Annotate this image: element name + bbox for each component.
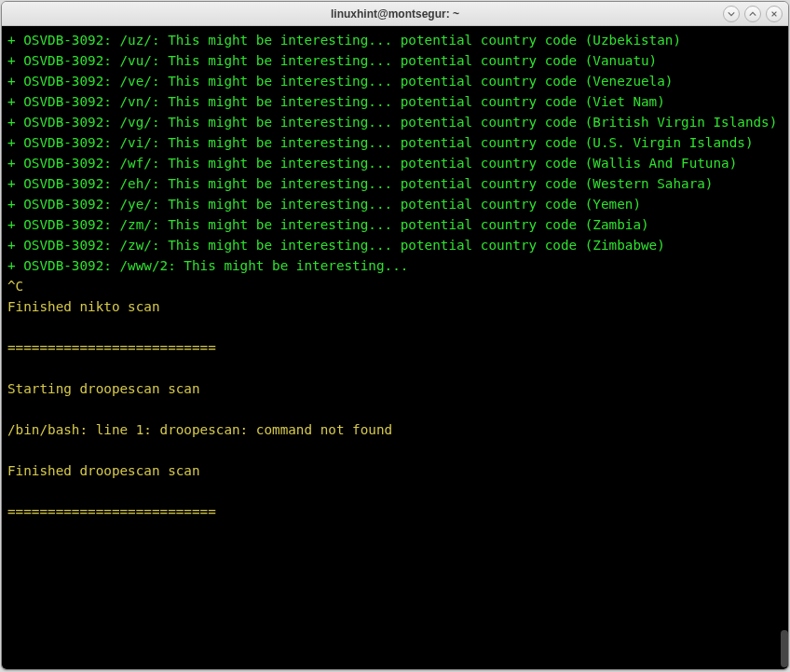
scan-output-line: + OSVDB-3092: /www/2: This might be inte… [7,258,408,273]
interrupt-signal: ^C [7,279,23,294]
scan-output-line: + OSVDB-3092: /ve/: This might be intere… [7,74,673,89]
separator-text: ========================== [7,340,216,355]
close-button[interactable] [766,6,783,22]
droopescan-error-text: /bin/bash: line 1: droopescan: command n… [7,422,392,437]
droopescan-finished-text: Finished droopescan scan [7,463,200,478]
droopescan-start-text: Starting droopescan scan [7,381,200,396]
nikto-finished-text: Finished nikto scan [7,299,160,314]
terminal-window: linuxhint@montsegur: ~ + OSVDB-3092: /uz… [1,1,789,670]
titlebar: linuxhint@montsegur: ~ [2,2,788,26]
separator-text: ========================== [7,504,216,519]
scan-output-line: + OSVDB-3092: /zm/: This might be intere… [7,217,649,232]
scan-output-line: + OSVDB-3092: /vg/: This might be intere… [7,115,777,130]
scrollbar-thumb[interactable] [781,630,788,667]
terminal-content[interactable]: + OSVDB-3092: /uz/: This might be intere… [2,26,788,669]
scan-output-line: + OSVDB-3092: /wf/: This might be intere… [7,156,737,171]
scrollbar[interactable] [779,24,790,671]
scan-output-line: + OSVDB-3092: /vi/: This might be intere… [7,135,754,150]
maximize-button[interactable] [744,6,761,22]
scan-output-line: + OSVDB-3092: /zw/: This might be intere… [7,238,665,253]
scan-output-line: + OSVDB-3092: /eh/: This might be intere… [7,176,713,191]
minimize-button[interactable] [723,6,740,22]
scan-output-line: + OSVDB-3092: /ye/: This might be intere… [7,197,641,212]
scan-output-line: + OSVDB-3092: /vn/: This might be intere… [7,94,665,109]
scan-output-line: + OSVDB-3092: /uz/: This might be intere… [7,33,681,48]
window-title: linuxhint@montsegur: ~ [331,7,459,21]
window-buttons [723,6,783,22]
scan-output-line: + OSVDB-3092: /vu/: This might be intere… [7,53,657,68]
